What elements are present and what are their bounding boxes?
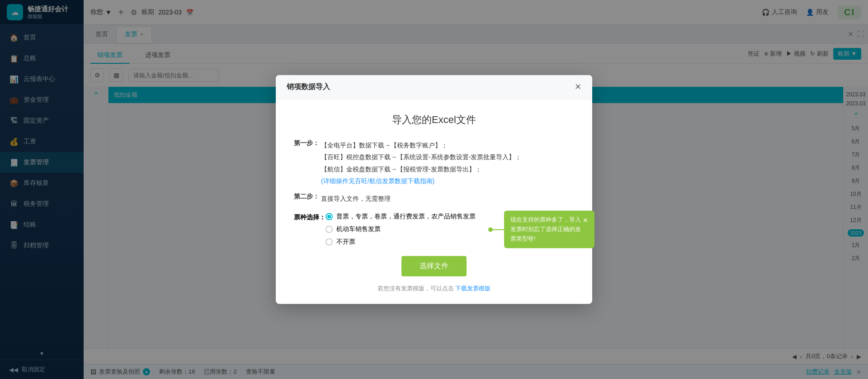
radio-option-1[interactable]: 普票，专票，卷票，通行费发票，农产品销售发票 — [326, 213, 476, 221]
radio-label-1: 普票，专票，卷票，通行费发票，农产品销售发票 — [336, 213, 476, 221]
step1-row: 第一步： 【全电平台】数据下载→【税务数字账户】； 【百旺】税控盘数据下载→【系… — [294, 139, 574, 187]
radio-circle-2 — [326, 226, 333, 233]
ticket-select-row: 票种选择： 普票，专票，卷票，通行费发票，农产品销售发票 机动车销售发票 — [294, 213, 574, 246]
radio-option-3[interactable]: 不开票 — [326, 238, 476, 246]
tooltip-line — [493, 229, 504, 230]
step2-text: 直接导入文件，无需整理 — [321, 195, 391, 202]
tooltip-bubble: ✕ 现在支持的票种多了，导入发票时别忘了选择正确的发票类型呀! — [504, 211, 594, 248]
modal-title: 销项数据导入 — [287, 82, 330, 92]
step2-row: 第二步： 直接导入文件，无需整理 — [294, 193, 574, 205]
step1-line1: 【全电平台】数据下载→【税务数字账户】； — [321, 139, 574, 152]
step2-label: 第二步： — [294, 193, 321, 205]
tooltip-dot — [488, 227, 493, 232]
modal-footer-prefix: 若您没有发票模版，可以点击 — [377, 285, 454, 292]
radio-label-2: 机动车销售发票 — [336, 225, 381, 233]
radio-group: 普票，专票，卷票，通行费发票，农产品销售发票 机动车销售发票 ✕ 现在支持的票种… — [326, 213, 476, 246]
step1-label: 第一步： — [294, 139, 321, 187]
modal-footer: 若您没有发票模版，可以点击 下载发票模版 — [294, 284, 574, 293]
download-template-link[interactable]: 下载发票模版 — [455, 285, 491, 292]
step1-guide-link[interactable]: (详细操作见百旺/航信发票数据下载指南) — [321, 177, 434, 185]
step1-content: 【全电平台】数据下载→【税务数字账户】； 【百旺】税控盘数据下载→【系统设置-系… — [321, 139, 574, 187]
modal-header: 销项数据导入 ✕ — [276, 75, 592, 99]
radio-circle-3 — [326, 238, 333, 246]
modal-main-title: 导入您的Excel文件 — [294, 113, 574, 127]
select-file-btn[interactable]: 选择文件 — [401, 256, 467, 276]
modal: 销项数据导入 ✕ 导入您的Excel文件 第一步： 【全电平台】数据下载→【税务… — [276, 75, 592, 304]
radio-circle-1 — [326, 213, 333, 220]
tooltip-close-btn[interactable]: ✕ — [583, 215, 588, 225]
modal-overlay: 销项数据导入 ✕ 导入您的Excel文件 第一步： 【全电平台】数据下载→【税务… — [0, 0, 868, 379]
radio-option-2[interactable]: 机动车销售发票 ✕ 现在支持的票种多了，导入发票时别忘了选择正确的发票类型呀! — [326, 225, 476, 233]
step1-line3: 【航信】金税盘数据下载→【报税管理-发票数据导出】； — [321, 163, 574, 175]
modal-close-btn[interactable]: ✕ — [575, 83, 581, 91]
radio-label-3: 不开票 — [336, 238, 355, 246]
tooltip-text: 现在支持的票种多了，导入发票时别忘了选择正确的发票类型呀! — [510, 216, 581, 242]
step1-link-row: (详细操作见百旺/航信发票数据下载指南) — [321, 175, 574, 187]
step2-content: 直接导入文件，无需整理 — [321, 193, 574, 205]
ticket-label: 票种选择： — [294, 213, 326, 222]
modal-body: 导入您的Excel文件 第一步： 【全电平台】数据下载→【税务数字账户】； 【百… — [276, 99, 592, 304]
step1-line2: 【百旺】税控盘数据下载→【系统设置-系统参数设置-发票批量导入】； — [321, 151, 574, 163]
tooltip-connector: ✕ 现在支持的票种多了，导入发票时别忘了选择正确的发票类型呀! — [488, 211, 594, 248]
